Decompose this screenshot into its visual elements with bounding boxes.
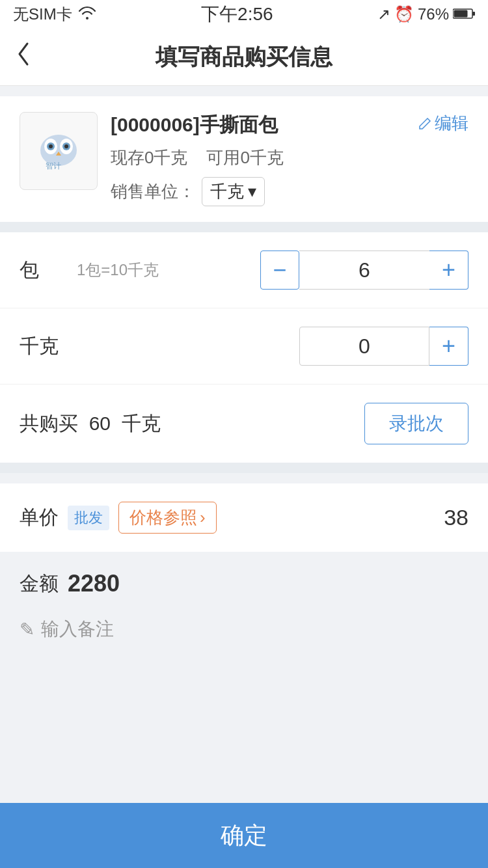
product-info: [0000006]手撕面包 编辑 现存0千克 可用0千克 销售单位： 千克 ▾ — [111, 112, 468, 206]
price-label: 单价 — [20, 504, 59, 531]
status-right: ↗ ⏰ 76% — [377, 5, 475, 23]
kg-stepper: + — [299, 327, 468, 366]
alarm-icon: ⏰ — [394, 5, 414, 23]
product-name: [0000006]手撕面包 — [111, 112, 278, 139]
package-sublabel: 1包=10千克 — [77, 260, 260, 280]
product-stock: 现存0千克 可用0千克 — [111, 146, 468, 169]
product-image: 智计 — [20, 112, 98, 190]
batch-button[interactable]: 录批次 — [364, 403, 468, 444]
battery-icon — [453, 5, 475, 23]
svg-rect-2 — [454, 10, 468, 18]
price-ref-label: 价格参照 — [129, 506, 197, 529]
remark-row[interactable]: ✎ 输入备注 — [20, 610, 468, 655]
product-unit-row: 销售单位： 千克 ▾ — [111, 177, 468, 206]
back-button[interactable] — [16, 41, 31, 73]
amount-label: 金额 — [20, 571, 59, 597]
divider-1 — [0, 222, 488, 232]
total-row: 共购买 60 千克 录批次 — [0, 385, 488, 463]
battery-percent: 76% — [418, 5, 449, 23]
svg-point-9 — [64, 144, 68, 148]
price-value: 38 — [444, 505, 468, 530]
price-row: 单价 批发 价格参照 › 38 — [20, 502, 468, 534]
svg-point-8 — [49, 144, 53, 148]
nav-bar: 填写商品购买信息 — [0, 29, 488, 86]
page-title: 填写商品购买信息 — [156, 42, 332, 72]
unit-dropdown-icon: ▾ — [248, 182, 256, 202]
edit-button[interactable]: 编辑 — [418, 112, 468, 135]
package-decrement-button[interactable]: − — [260, 251, 299, 290]
unit-label: 销售单位： — [111, 180, 195, 203]
confirm-button[interactable]: 确定 — [0, 803, 488, 868]
kg-increment-button[interactable]: + — [429, 327, 468, 366]
unit-select[interactable]: 千克 ▾ — [202, 177, 265, 206]
package-label: 包 — [20, 257, 72, 284]
svg-rect-1 — [472, 12, 475, 16]
amount-section: 金额 2280 ✎ 输入备注 — [0, 552, 488, 655]
remark-icon: ✎ — [20, 619, 34, 640]
wifi-signal-icon — [77, 5, 97, 23]
remark-label: 输入备注 — [41, 617, 114, 642]
product-logo-icon: 智计 — [33, 122, 85, 181]
status-left: 无SIM卡 — [13, 4, 97, 25]
price-ref-icon: › — [200, 508, 206, 528]
carrier-text: 无SIM卡 — [13, 4, 72, 25]
amount-value: 2280 — [68, 570, 120, 597]
kg-input[interactable] — [299, 327, 429, 366]
product-card: 智计 [0000006]手撕面包 编辑 现存0千克 可用0千克 销售单位： 千克… — [0, 96, 488, 222]
edit-label: 编辑 — [435, 112, 468, 135]
package-input-row: 包 1包=10千克 − + — [0, 232, 488, 308]
batch-btn-label: 录批次 — [389, 411, 444, 436]
status-bar: 无SIM卡 下午2:56 ↗ ⏰ 76% — [0, 0, 488, 29]
location-icon: ↗ — [377, 5, 390, 23]
price-section: 单价 批发 价格参照 › 38 — [0, 483, 488, 552]
package-increment-button[interactable]: + — [429, 251, 468, 290]
available-text: 可用0千克 — [206, 148, 283, 167]
total-text: 共购买 60 千克 — [20, 411, 161, 437]
wholesale-tag: 批发 — [68, 506, 109, 530]
total-label: 共购买 — [20, 413, 78, 434]
confirm-btn-label: 确定 — [221, 820, 267, 852]
unit-value: 千克 — [210, 180, 244, 203]
kg-input-row: 千克 + — [0, 308, 488, 385]
divider-2 — [0, 463, 488, 473]
package-input[interactable] — [299, 251, 429, 290]
status-time: 下午2:56 — [201, 2, 273, 27]
total-quantity: 60 — [89, 413, 111, 434]
kg-label: 千克 — [20, 333, 72, 360]
input-section: 包 1包=10千克 − + 千克 + 共购买 60 千克 录批次 — [0, 232, 488, 463]
price-ref-button[interactable]: 价格参照 › — [118, 502, 217, 534]
stock-text: 现存0千克 — [111, 148, 187, 167]
svg-text:智计: 智计 — [46, 161, 61, 170]
amount-row: 金额 2280 — [20, 570, 468, 610]
total-unit: 千克 — [122, 413, 161, 434]
package-stepper: − + — [260, 251, 468, 290]
